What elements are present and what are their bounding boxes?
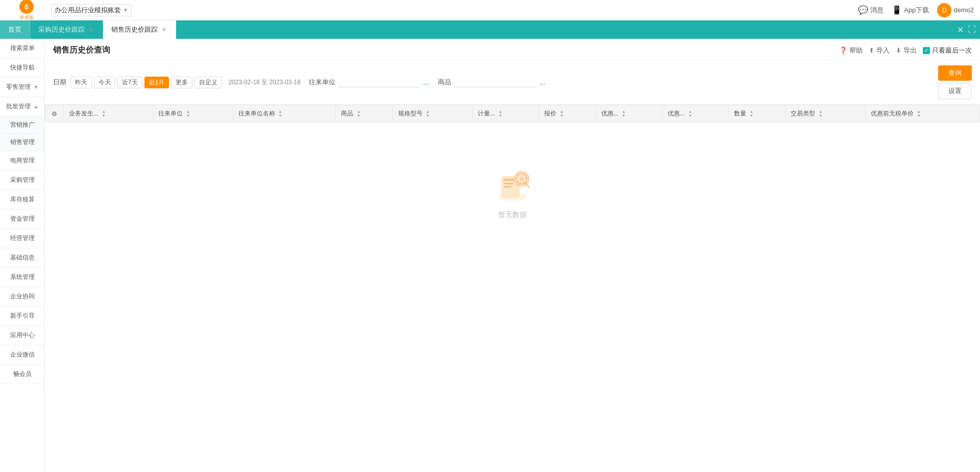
app-download-button[interactable]: 📱 App下载: [892, 5, 929, 15]
sidebar-item-new-guide[interactable]: 新手引导: [0, 306, 44, 326]
sidebar-item-inventory[interactable]: 库存核算: [0, 190, 44, 209]
sidebar-item-enterprise-coop[interactable]: 企业协同: [0, 287, 44, 306]
gear-icon[interactable]: ⚙: [52, 110, 57, 117]
sidebar-item-retail-mgmt[interactable]: 零售管理 ▼: [0, 78, 44, 97]
partner-filter-group: 往来单位 ...: [309, 77, 430, 87]
settings-button[interactable]: 设置: [938, 83, 972, 99]
page-title: 销售历史价查询: [53, 45, 110, 56]
th-biz-date[interactable]: 业务发生... ▲▼: [64, 105, 153, 123]
message-button[interactable]: 💬 消息: [858, 5, 884, 15]
tab-sales-history-label: 销售历史价跟踪: [111, 25, 158, 34]
import-icon: ⬆: [869, 46, 874, 54]
last-only-checkbox[interactable]: ✓: [923, 47, 930, 54]
close-tab-purchase-history[interactable]: ✕: [88, 26, 94, 34]
th-pretax-price[interactable]: 优惠前无税单价 ▲▼: [865, 105, 979, 123]
sidebar-item-search-menu[interactable]: 搜索菜单: [0, 39, 44, 58]
goods-input[interactable]: [454, 77, 536, 87]
maximize-icon[interactable]: ⛶: [968, 25, 976, 34]
tab-sales-history[interactable]: 销售历史价跟踪 ✕: [103, 20, 176, 39]
partner-input[interactable]: [338, 77, 420, 87]
top-bar: 6 标准版 办公用品行业模拟账套 ▼ 💬 消息 📱 App下载 D demo2: [0, 0, 980, 20]
sidebar-item-label: 库存核算: [10, 195, 35, 204]
goods-picker-button[interactable]: ...: [539, 78, 546, 87]
last-only-checkbox-group[interactable]: ✓ 只看最后一次: [923, 46, 972, 55]
logo-area: 6 标准版: [6, 0, 47, 21]
table-container: ⚙ 业务发生... ▲▼ 往来单位 ▲▼ 往来单位名称 ▲▼: [45, 105, 980, 472]
chevron-up-icon: ▲: [34, 104, 39, 109]
empty-illustration: [492, 163, 533, 204]
tab-purchase-history-label: 采购历史价跟踪: [38, 25, 85, 34]
tab-bar-controls: ✕ ⛶: [953, 20, 980, 39]
sidebar-item-ecommerce[interactable]: 电商管理: [0, 151, 44, 171]
sidebar-item-quick-nav[interactable]: 快捷导航: [0, 58, 44, 78]
sidebar-item-enterprise-wechat[interactable]: 企业微信: [0, 345, 44, 365]
sidebar-item-label: 系统管理: [10, 273, 35, 281]
sidebar-item-system-mgmt[interactable]: 系统管理: [0, 268, 44, 287]
import-button[interactable]: ⬆ 导入: [869, 46, 890, 55]
sidebar-item-member[interactable]: 畅会员: [0, 365, 44, 384]
export-button[interactable]: ⬇ 导出: [896, 46, 917, 55]
th-partner-code-label: 往来单位: [158, 110, 183, 117]
sidebar-item-purchase-mgmt[interactable]: 采购管理: [0, 171, 44, 190]
last-only-label: 只看最后一次: [932, 46, 972, 55]
help-button[interactable]: ❓ 帮助: [839, 46, 863, 55]
th-partner-code[interactable]: 往来单位 ▲▼: [153, 105, 233, 123]
query-button[interactable]: 查询: [938, 65, 972, 81]
company-selector[interactable]: 办公用品行业模拟账套 ▼: [51, 4, 132, 16]
th-spec[interactable]: 规格型号 ▲▼: [393, 105, 472, 123]
th-unit[interactable]: 计量... ▲▼: [473, 105, 539, 123]
th-gear[interactable]: ⚙: [45, 105, 64, 123]
close-all-tabs-icon[interactable]: ✕: [957, 25, 964, 35]
sidebar-item-label: 销售管理: [10, 138, 35, 146]
tab-home[interactable]: 首页: [0, 20, 30, 39]
sidebar-item-wholesale-mgmt[interactable]: 批发管理 ▲: [0, 97, 44, 116]
table-body: 暂无数据: [45, 123, 980, 261]
sidebar-item-sales-mgmt[interactable]: 销售管理: [0, 134, 44, 151]
empty-state: 暂无数据: [45, 123, 980, 261]
message-label: 消息: [870, 6, 884, 15]
page-header: 销售历史价查询 ❓ 帮助 ⬆ 导入 ⬇ 导出 ✓ 只看最后一次: [45, 39, 980, 60]
date-btn-7days[interactable]: 近7天: [117, 77, 142, 88]
sidebar-item-basic-info[interactable]: 基础信息: [0, 248, 44, 268]
date-filter-group: 日期 昨天 今天 近7天 近1月 更多 自定义 2023-02-18 至 202…: [53, 77, 301, 88]
th-price[interactable]: 报价 ▲▼: [539, 105, 596, 123]
import-label: 导入: [876, 46, 890, 55]
sidebar-item-label: 经营管理: [10, 234, 35, 243]
svg-rect-4: [503, 186, 511, 187]
date-btn-1month[interactable]: 近1月: [144, 77, 169, 88]
sidebar-item-marketing[interactable]: 营销推广: [0, 116, 44, 134]
th-pretax-price-label: 优惠前无税单价: [871, 110, 914, 117]
tab-purchase-history[interactable]: 采购历史价跟踪 ✕: [30, 20, 103, 39]
data-table: ⚙ 业务发生... ▲▼ 往来单位 ▲▼ 往来单位名称 ▲▼: [45, 105, 980, 261]
date-btn-today[interactable]: 今天: [94, 77, 115, 88]
date-range-display: 2023-02-18 至 2023-03-18: [228, 78, 300, 87]
th-goods[interactable]: 商品 ▲▼: [336, 105, 393, 123]
th-quantity[interactable]: 数量 ▲▼: [728, 105, 785, 123]
sidebar-item-label: 新手引导: [10, 312, 35, 320]
th-discount2[interactable]: 优惠... ▲▼: [662, 105, 728, 123]
partner-picker-button[interactable]: ...: [423, 78, 430, 87]
th-trade-type[interactable]: 交易类型 ▲▼: [786, 105, 865, 123]
th-discount1[interactable]: 优惠... ▲▼: [596, 105, 662, 123]
tab-home-label: 首页: [8, 25, 21, 34]
th-partner-name[interactable]: 往来单位名称 ▲▼: [233, 105, 336, 123]
main-layout: 搜索菜单 快捷导航 零售管理 ▼ 批发管理 ▲ 营销推广 销售管理 电商管理 采…: [0, 39, 980, 472]
sidebar-item-app-center[interactable]: 应用中心: [0, 326, 44, 345]
table-header: ⚙ 业务发生... ▲▼ 往来单位 ▲▼ 往来单位名称 ▲▼: [45, 105, 980, 123]
sidebar-item-label: 企业协同: [10, 292, 35, 301]
date-btn-custom[interactable]: 自定义: [194, 77, 222, 88]
close-tab-sales-history[interactable]: ✕: [161, 26, 167, 34]
svg-point-8: [520, 177, 524, 181]
th-price-label: 报价: [544, 110, 556, 117]
sidebar-item-label: 企业微信: [10, 350, 35, 359]
partner-filter-label: 往来单位: [309, 78, 335, 87]
sidebar-item-finance[interactable]: 资金管理: [0, 209, 44, 229]
sidebar-item-label: 应用中心: [10, 331, 35, 340]
user-label: demo2: [953, 6, 974, 14]
date-btn-more[interactable]: 更多: [171, 77, 192, 88]
top-actions: 💬 消息 📱 App下载 D demo2: [858, 3, 974, 17]
sidebar-item-operations[interactable]: 经营管理: [0, 229, 44, 248]
date-btn-yesterday[interactable]: 昨天: [70, 77, 92, 88]
user-menu[interactable]: D demo2: [937, 3, 974, 17]
help-label: 帮助: [849, 46, 863, 55]
